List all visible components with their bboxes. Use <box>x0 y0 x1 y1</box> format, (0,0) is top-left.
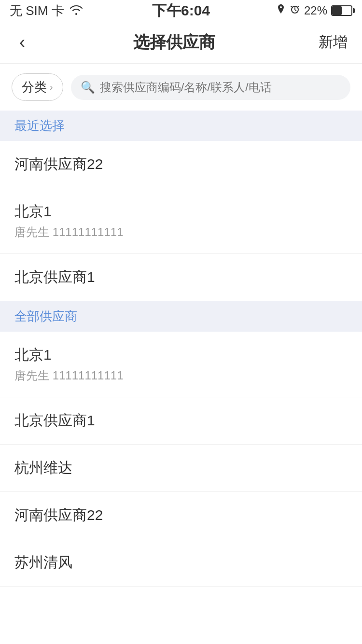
back-button[interactable]: ‹ <box>14 28 30 57</box>
item-name: 北京1 <box>14 202 348 222</box>
list-item[interactable]: 北京供应商1 <box>0 397 362 445</box>
search-box: 🔍 <box>71 75 350 100</box>
list-item[interactable]: 北京1唐先生 11111111111 <box>0 332 362 397</box>
item-sub: 唐先生 11111111111 <box>14 224 348 240</box>
item-name: 河南供应商22 <box>14 505 348 525</box>
search-input[interactable] <box>100 81 341 94</box>
list-item[interactable]: 苏州清风 <box>0 539 362 587</box>
status-bar: 无 SIM 卡 下午6:04 22% <box>0 0 362 21</box>
status-time: 下午6:04 <box>152 1 210 21</box>
status-left: 无 SIM 卡 <box>10 2 84 19</box>
list-item[interactable]: 北京1唐先生 11111111111 <box>0 188 362 254</box>
category-button[interactable]: 分类 › <box>12 73 63 101</box>
add-button[interactable]: 新增 <box>319 32 348 52</box>
carrier-label: 无 SIM 卡 <box>10 2 64 19</box>
all-list: 北京1唐先生 11111111111北京供应商1杭州维达河南供应商22苏州清风 <box>0 332 362 587</box>
item-sub: 唐先生 11111111111 <box>14 368 348 383</box>
category-label: 分类 <box>22 79 47 96</box>
list-item[interactable]: 河南供应商22 <box>0 141 362 188</box>
list-item[interactable]: 河南供应商22 <box>0 492 362 539</box>
item-name: 苏州清风 <box>14 553 348 573</box>
item-name: 北京供应商1 <box>14 411 348 431</box>
item-name: 北京供应商1 <box>14 267 348 287</box>
chevron-right-icon: › <box>50 82 53 93</box>
page-title: 选择供应商 <box>133 31 215 54</box>
battery-icon <box>331 5 352 16</box>
battery-percent: 22% <box>304 4 327 17</box>
wifi-icon <box>69 3 84 18</box>
recent-section-header: 最近选择 <box>0 111 362 141</box>
list-item[interactable]: 杭州维达 <box>0 445 362 492</box>
alarm-icon <box>290 4 300 17</box>
list-item[interactable]: 北京供应商1 <box>0 254 362 301</box>
recent-list: 河南供应商22北京1唐先生 11111111111北京供应商1 <box>0 141 362 301</box>
item-name: 河南供应商22 <box>14 154 348 174</box>
nav-bar: ‹ 选择供应商 新增 <box>0 21 362 64</box>
item-name: 杭州维达 <box>14 458 348 478</box>
status-right: 22% <box>276 4 352 17</box>
filter-bar: 分类 › 🔍 <box>0 64 362 111</box>
item-name: 北京1 <box>14 345 348 365</box>
location-icon <box>276 4 286 17</box>
search-icon: 🔍 <box>81 81 95 94</box>
all-section-header: 全部供应商 <box>0 301 362 332</box>
